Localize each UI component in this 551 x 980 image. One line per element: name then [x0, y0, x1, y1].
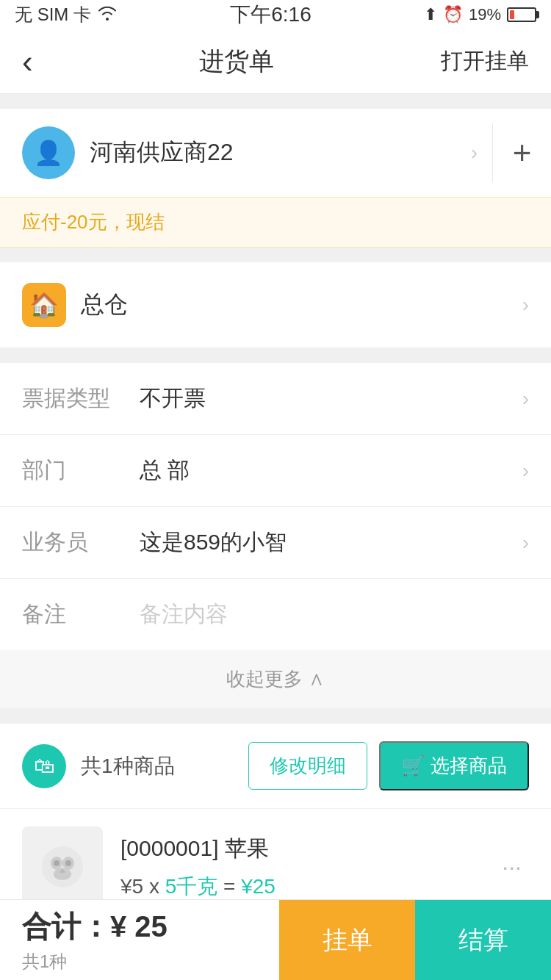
checkout-button[interactable]: 结算 — [415, 900, 551, 980]
battery-percent: 19% — [469, 5, 501, 24]
invoice-type-label: 票据类型 — [22, 383, 140, 414]
time-text: 下午6:16 — [230, 1, 311, 29]
edit-detail-button[interactable]: 修改明细 — [248, 742, 367, 790]
product-title: 苹果 — [225, 836, 269, 860]
select-product-label: 选择商品 — [431, 753, 507, 779]
department-label: 部门 — [22, 455, 140, 486]
total-label: 合计： — [22, 910, 110, 943]
remark-placeholder: 备注内容 — [140, 599, 529, 630]
supplier-avatar: 👤 — [22, 126, 75, 179]
invoice-type-chevron: › — [522, 387, 529, 411]
product-section-icon: 🛍 — [22, 744, 66, 788]
unit-price: ¥5 x — [120, 875, 165, 898]
add-supplier-button[interactable]: + — [492, 123, 551, 182]
invoice-type-row[interactable]: 票据类型 不开票 › — [0, 363, 551, 435]
carrier-text: 无 SIM 卡 — [15, 3, 91, 26]
collapse-button[interactable]: 收起更多 ∧ — [0, 650, 551, 708]
section-gap-4 — [0, 708, 551, 723]
remark-row[interactable]: 备注 备注内容 — [0, 579, 551, 650]
sales-person-value: 这是859的小智 — [140, 527, 522, 558]
supplier-alert: 应付-20元，现结 — [0, 197, 551, 248]
product-price-row: ¥5 x 5千克 = ¥25 — [120, 873, 494, 901]
status-left: 无 SIM 卡 — [15, 3, 118, 26]
owl-logo — [37, 841, 88, 893]
product-name: [0000001] 苹果 — [120, 834, 494, 864]
svg-point-3 — [54, 860, 60, 866]
back-button[interactable]: ‹ — [22, 43, 33, 80]
status-right: ⬆ ⏰ 19% — [424, 5, 536, 24]
suspend-button[interactable]: 挂单 — [279, 900, 415, 980]
sales-person-chevron: › — [522, 531, 529, 555]
select-product-icon: 🛒 — [401, 754, 425, 777]
bottom-bar: 合计：¥ 25 共1种 挂单 结算 — [0, 899, 551, 980]
product-count: 共1种商品 — [81, 752, 248, 780]
quantity: 5千克 — [165, 875, 218, 898]
department-chevron: › — [522, 459, 529, 483]
total-value: ¥ 25 — [110, 910, 168, 943]
status-bar: 无 SIM 卡 下午6:16 ⬆ ⏰ 19% — [0, 0, 551, 29]
bottom-summary: 合计：¥ 25 共1种 — [0, 900, 279, 980]
alert-text: 应付-20元，现结 — [22, 211, 165, 233]
supplier-chevron: › — [471, 141, 478, 165]
nav-bar: ‹ 进货单 打开挂单 — [0, 29, 551, 94]
battery-icon — [507, 7, 536, 22]
total-amount: 合计：¥ 25 — [22, 907, 257, 947]
supplier-row[interactable]: 👤 河南供应商22 › + — [0, 109, 551, 197]
equals-sign: = — [217, 875, 241, 898]
section-gap-2 — [0, 248, 551, 262]
svg-point-0 — [42, 846, 83, 887]
total-count: 共1种 — [22, 950, 257, 973]
supplier-section: 👤 河南供应商22 › + 应付-20元，现结 — [0, 109, 551, 248]
open-suspend-button[interactable]: 打开挂单 — [441, 46, 529, 76]
sales-person-row[interactable]: 业务员 这是859的小智 › — [0, 507, 551, 579]
product-thumbnail — [22, 826, 103, 907]
section-gap-1 — [0, 94, 551, 109]
select-product-button[interactable]: 🛒 选择商品 — [379, 741, 529, 790]
supplier-name: 河南供应商22 — [90, 139, 234, 165]
total-price: ¥25 — [241, 875, 276, 898]
warehouse-icon: 🏠 — [22, 283, 66, 327]
page-title: 进货单 — [199, 45, 274, 79]
department-value: 总 部 — [140, 455, 522, 486]
product-code: [0000001] — [120, 836, 225, 860]
warehouse-chevron: › — [522, 293, 529, 317]
product-more-button[interactable]: ··· — [494, 846, 529, 888]
alarm-icon: ⏰ — [443, 5, 463, 24]
section-gap-3 — [0, 348, 551, 363]
supplier-info: 河南供应商22 — [90, 137, 471, 169]
shop-icon: 🛍 — [34, 754, 54, 778]
warehouse-row[interactable]: 🏠 总仓 › — [0, 262, 551, 348]
wifi-icon — [97, 4, 118, 25]
sales-person-label: 业务员 — [22, 527, 140, 558]
product-info: [0000001] 苹果 ¥5 x 5千克 = ¥25 — [120, 834, 494, 901]
department-row[interactable]: 部门 总 部 › — [0, 435, 551, 507]
location-icon: ⬆ — [424, 5, 437, 24]
invoice-type-value: 不开票 — [140, 383, 522, 414]
product-header: 🛍 共1种商品 修改明细 🛒 选择商品 — [0, 723, 551, 808]
supplier-icon: 👤 — [34, 139, 63, 167]
remark-label: 备注 — [22, 599, 140, 630]
svg-point-4 — [65, 860, 71, 866]
warehouse-name: 总仓 — [81, 289, 522, 321]
